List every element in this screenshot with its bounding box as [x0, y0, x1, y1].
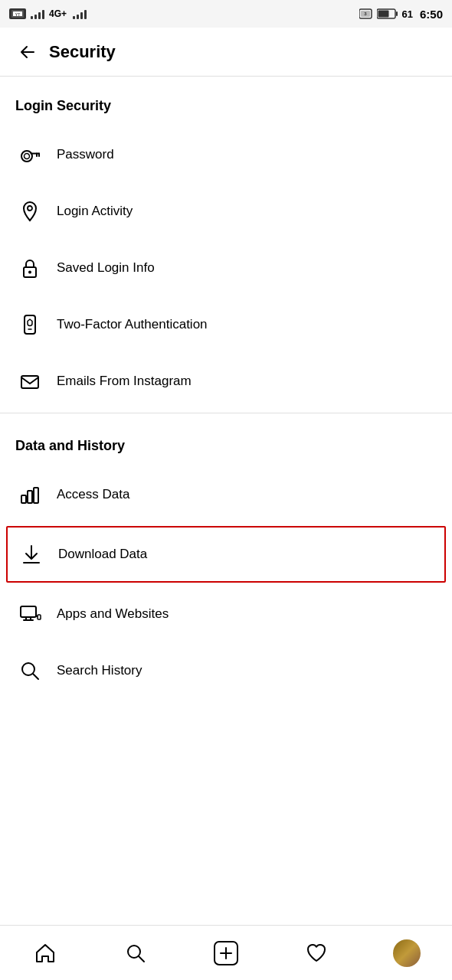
heart-icon [305, 942, 328, 965]
search-history-label: Search History [57, 663, 142, 678]
sim-icon: 3 [359, 8, 373, 19]
svg-rect-20 [28, 491, 32, 503]
nav-home[interactable] [26, 934, 64, 972]
svg-rect-24 [38, 615, 41, 619]
signal-icon [31, 8, 44, 19]
section-divider [0, 413, 452, 413]
back-button[interactable] [12, 37, 43, 67]
signal-icon-2 [73, 8, 87, 19]
login-activity-item[interactable]: Login Activity [0, 183, 452, 240]
svg-line-27 [33, 674, 38, 679]
access-data-label: Access Data [57, 487, 129, 502]
content: Login Security Password Login Activity [0, 77, 452, 980]
status-left: YT 4G+ [9, 8, 87, 19]
password-item[interactable]: Password [0, 126, 452, 183]
nav-activity[interactable] [297, 934, 336, 972]
lock-icon [15, 253, 44, 283]
apps-websites-label: Apps and Websites [57, 606, 169, 622]
svg-rect-17 [25, 315, 35, 334]
phone-shield-icon [15, 310, 44, 339]
password-label: Password [57, 147, 114, 162]
svg-rect-23 [21, 606, 36, 617]
saved-login-label: Saved Login Info [57, 260, 155, 276]
location-icon [15, 197, 44, 226]
login-security-title: Login Security [15, 98, 111, 113]
svg-point-9 [21, 151, 32, 162]
status-bar: YT 4G+ 3 61 6:50 [0, 0, 452, 28]
apps-websites-item[interactable]: Apps and Websites [0, 586, 452, 642]
nav-search[interactable] [116, 934, 155, 972]
key-icon [15, 140, 44, 169]
download-data-label: Download Data [58, 547, 147, 562]
page-header: Security [0, 28, 452, 77]
data-history-header: Data and History [0, 416, 452, 466]
emails-label: Emails From Instagram [57, 374, 192, 389]
app-icon: YT [9, 8, 26, 19]
back-arrow-icon [18, 43, 37, 61]
svg-line-29 [139, 956, 144, 962]
search-history-item[interactable]: Search History [0, 642, 452, 699]
data-history-title: Data and History [15, 438, 125, 453]
svg-rect-21 [34, 488, 38, 503]
saved-login-item[interactable]: Saved Login Info [0, 240, 452, 296]
email-icon [15, 367, 44, 396]
bottom-nav [0, 925, 452, 980]
svg-point-14 [28, 206, 32, 211]
new-post-icon [213, 940, 239, 966]
home-icon [34, 942, 57, 965]
login-activity-label: Login Activity [57, 204, 133, 219]
emails-item[interactable]: Emails From Instagram [0, 353, 452, 410]
monitor-icon [15, 599, 44, 629]
download-data-item[interactable]: Download Data [6, 526, 446, 583]
svg-rect-18 [21, 376, 38, 388]
login-security-header: Login Security [0, 77, 452, 126]
chart-icon [15, 480, 44, 509]
svg-rect-7 [396, 11, 398, 16]
search-nav-icon [124, 942, 147, 965]
two-factor-item[interactable]: Two-Factor Authentication [0, 296, 452, 353]
search-icon [15, 656, 44, 685]
svg-point-16 [28, 271, 31, 274]
network-type: 4G+ [49, 8, 67, 19]
svg-rect-19 [21, 495, 26, 503]
time: 6:50 [420, 8, 443, 21]
battery-level: 61 [402, 8, 413, 20]
download-icon [17, 540, 46, 569]
status-right: 3 61 6:50 [359, 8, 444, 21]
svg-point-10 [25, 154, 30, 159]
battery-icon [377, 8, 398, 19]
page-title: Security [49, 42, 116, 62]
nav-profile[interactable] [388, 934, 426, 972]
two-factor-label: Two-Factor Authentication [57, 317, 208, 332]
access-data-item[interactable]: Access Data [0, 466, 452, 523]
nav-new-post[interactable] [207, 934, 245, 972]
avatar [393, 939, 421, 967]
svg-rect-8 [378, 11, 388, 18]
svg-text:YT: YT [15, 12, 20, 17]
